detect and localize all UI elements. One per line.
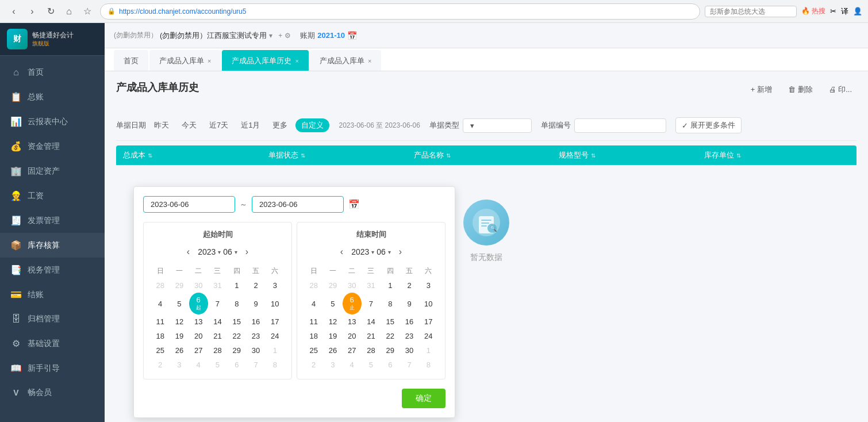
calendar-day[interactable]: 15 (381, 314, 400, 329)
calendar-day[interactable]: 22 (227, 329, 246, 343)
sidebar-item-home[interactable]: ⌂ 首页 (0, 60, 105, 85)
end-year-select[interactable]: 2023 (351, 247, 369, 256)
sidebar-item-tax[interactable]: 📑 税务管理 (0, 258, 105, 282)
calendar-day[interactable]: 23 (400, 329, 418, 343)
calendar-day[interactable]: 29 (170, 278, 189, 293)
calendar-day[interactable]: 10 (266, 293, 285, 314)
tab-home[interactable]: 首页 (114, 50, 148, 71)
start-month-arrow[interactable]: ▾ (235, 249, 237, 255)
calendar-day[interactable]: 7 (362, 293, 381, 314)
calendar-day[interactable]: 5 (323, 293, 342, 314)
end-year-arrow[interactable]: ▾ (371, 249, 374, 255)
calendar-day[interactable]: 26 (323, 343, 342, 358)
calendar-day[interactable]: 8 (419, 358, 438, 372)
calendar-day[interactable]: 30 (189, 278, 208, 293)
calendar-day[interactable]: 7 (208, 293, 227, 314)
calendar-day[interactable]: 3 (170, 358, 189, 372)
calendar-day[interactable]: 24 (266, 329, 285, 343)
bookmark-button[interactable]: ☆ (79, 3, 95, 20)
calendar-day[interactable]: 16 (246, 314, 265, 329)
refresh-button[interactable]: ↻ (43, 3, 59, 20)
calendar-day[interactable]: 3 (323, 358, 342, 372)
calendar-day[interactable]: 4 (151, 293, 170, 314)
sidebar-item-settings[interactable]: ⚙ 基础设置 (0, 331, 105, 356)
end-next-btn[interactable]: › (395, 245, 405, 258)
sidebar-item-reports[interactable]: 📊 云报表中心 (0, 109, 105, 134)
back-button[interactable]: ‹ (6, 3, 22, 20)
calendar-day[interactable]: 6 (381, 358, 400, 372)
date-calendar-icon[interactable]: 📅 (348, 199, 360, 210)
calendar-day[interactable]: 8 (266, 358, 285, 372)
calendar-day[interactable]: 17 (419, 314, 438, 329)
today-btn[interactable]: 今天 (177, 118, 201, 132)
calendar-day[interactable]: 12 (170, 314, 189, 329)
type-select[interactable]: ▾ (463, 118, 532, 133)
confirm-button[interactable]: 确定 (402, 389, 445, 408)
calendar-day[interactable]: 24 (419, 329, 438, 343)
calendar-day[interactable]: 23 (246, 329, 265, 343)
calendar-day[interactable]: 1 (227, 278, 246, 293)
calendar-day[interactable]: 2 (400, 278, 418, 293)
number-filter-input[interactable] (574, 118, 666, 133)
start-next-btn[interactable]: › (242, 245, 252, 258)
calendar-day[interactable]: 28 (304, 278, 323, 293)
sidebar-item-inventory[interactable]: 📦 库存核算 (0, 233, 105, 258)
calendar-day[interactable]: 30 (343, 278, 362, 293)
print-button[interactable]: 🖨 印... (824, 82, 857, 97)
calendar-day[interactable]: 28 (151, 278, 170, 293)
calendar-day[interactable]: 18 (151, 329, 170, 343)
calendar-day[interactable]: 7 (400, 358, 418, 372)
calendar-day[interactable]: 22 (381, 329, 400, 343)
sidebar-item-ledger[interactable]: 📋 总账 (0, 85, 105, 109)
calendar-day[interactable]: 11 (304, 314, 323, 329)
calendar-day[interactable]: 3 (419, 278, 438, 293)
start-date-input[interactable] (143, 196, 235, 213)
custom-btn[interactable]: 自定义 (295, 118, 329, 132)
end-month-select[interactable]: 06 (377, 247, 386, 256)
calendar-day[interactable]: 5 (362, 358, 381, 372)
tab-product-in-2-close[interactable]: × (368, 57, 371, 64)
calendar-day[interactable]: 28 (362, 343, 381, 358)
last7days-btn[interactable]: 近7天 (205, 118, 233, 132)
calendar-day[interactable]: 2 (151, 358, 170, 372)
more-btn[interactable]: 更多 (268, 118, 292, 132)
settings-company-icon[interactable]: ⚙ (285, 32, 291, 40)
tab-product-in-2[interactable]: 产成品入库单 × (310, 50, 381, 71)
add-company-icon[interactable]: + (278, 32, 282, 40)
calendar-day[interactable]: 8 (381, 293, 400, 314)
tab-product-in[interactable]: 产成品入库单 × (149, 50, 221, 71)
col-status[interactable]: 单据状态 ⇅ (268, 150, 414, 160)
calendar-day[interactable]: 13 (189, 314, 208, 329)
calendar-day[interactable]: 10 (419, 293, 438, 314)
calendar-day[interactable]: 17 (266, 314, 285, 329)
calendar-day[interactable]: 7 (246, 358, 265, 372)
sidebar-item-archive[interactable]: 🗄 归档管理 (0, 307, 105, 331)
start-year-select[interactable]: 2023 (198, 247, 216, 256)
calendar-day[interactable]: 21 (208, 329, 227, 343)
calendar-day[interactable]: 31 (362, 278, 381, 293)
calendar-day[interactable]: 2 (304, 358, 323, 372)
calendar-day[interactable]: 5 (208, 358, 227, 372)
col-product-name[interactable]: 产品名称 ⇅ (414, 150, 559, 160)
calendar-day[interactable]: 29 (323, 278, 342, 293)
start-month-select[interactable]: 06 (223, 247, 232, 256)
calendar-day[interactable]: 16 (400, 314, 418, 329)
calendar-day[interactable]: 11 (151, 314, 170, 329)
yesterday-btn[interactable]: 昨天 (149, 118, 174, 132)
tab-history[interactable]: 产成品入库单历史 × (222, 50, 308, 71)
calendar-day[interactable]: 25 (304, 343, 323, 358)
calendar-day[interactable]: 1 (266, 343, 285, 358)
calendar-day[interactable]: 27 (189, 343, 208, 358)
forward-button[interactable]: › (24, 3, 40, 20)
calendar-day[interactable]: 4 (189, 358, 208, 372)
calendar-day[interactable]: 9 (246, 293, 265, 314)
sidebar-item-assets[interactable]: 🏢 固定资产 (0, 159, 105, 183)
calendar-day[interactable]: 31 (208, 278, 227, 293)
calendar-day[interactable]: 3 (266, 278, 285, 293)
calendar-day[interactable]: 14 (362, 314, 381, 329)
calendar-day[interactable]: 1 (381, 278, 400, 293)
col-total-cost[interactable]: 总成本 ⇅ (123, 150, 268, 160)
start-year-arrow[interactable]: ▾ (218, 249, 221, 255)
sidebar-item-invoice[interactable]: 🧾 发票管理 (0, 208, 105, 233)
add-button[interactable]: + 新增 (746, 82, 777, 97)
